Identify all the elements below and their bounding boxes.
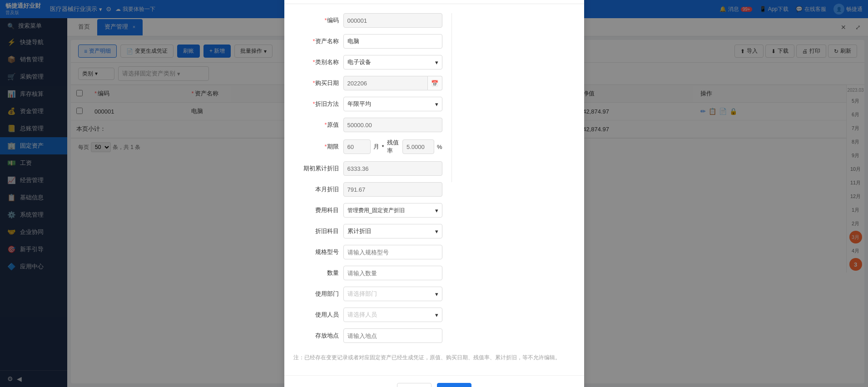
edit-fixed-asset-modal: 编辑固定资产 × *编码 *资产名称 (284, 0, 584, 387)
modal-overlay: 编辑固定资产 × *编码 *资产名称 (0, 0, 868, 387)
period-residual-row: 月 * 残值率 % (343, 139, 442, 155)
spec-label: 规格型号 (303, 248, 343, 256)
spec-input[interactable] (343, 245, 442, 259)
modal-header: 编辑固定资产 × (284, 0, 584, 4)
purchase-date-input[interactable] (343, 76, 428, 90)
depr-method-arrow-icon: ▾ (435, 101, 438, 108)
original-value-label: *原值 (303, 121, 343, 129)
residual-rate-unit-label: % (437, 144, 442, 150)
expense-subject-label: 费用科目 (303, 206, 343, 214)
personnel-label: 使用人员 (303, 311, 343, 319)
monthly-depr-input[interactable] (343, 182, 442, 197)
form-row-spec: 规格型号 (303, 245, 442, 259)
category-label: *类别名称 (303, 58, 343, 66)
depr-subject-label: 折旧科目 (303, 227, 343, 235)
purchase-date-label: *购买日期 (303, 79, 343, 87)
depr-subject-select[interactable]: 累计折旧 ▾ (343, 224, 442, 238)
period-label: *期限 (303, 143, 343, 151)
code-input[interactable] (343, 13, 442, 28)
quantity-input[interactable] (343, 266, 442, 280)
residual-rate-label: 残值率 (387, 139, 400, 155)
department-label: 使用部门 (303, 290, 343, 298)
init-accum-depr-label: 期初累计折旧 (303, 164, 343, 173)
form-row-init-accum-depr: 期初累计折旧 (303, 161, 442, 176)
personnel-select[interactable]: 请选择人员 ▾ (343, 308, 442, 322)
code-label: *编码 (303, 16, 343, 25)
init-accum-depr-input[interactable] (343, 161, 442, 176)
original-value-input[interactable] (343, 118, 442, 132)
form-divider (451, 13, 452, 182)
location-input[interactable] (343, 328, 442, 343)
quantity-label: 数量 (303, 269, 343, 277)
modal-note: 注：已经存在变更记录或者对应固定资产已经生成凭证，原值、购买日期、残值率、累计折… (293, 354, 575, 366)
form-row-purchase-date: *购买日期 📅 (303, 76, 442, 90)
modal-footer: 取消 保存 (284, 375, 584, 387)
form-right-section: 本月折旧 费用科目 管理费用_固定资产折旧 ▾ 折旧科目 (293, 182, 451, 349)
asset-name-input[interactable] (343, 34, 442, 49)
form-row-personnel: 使用人员 请选择人员 ▾ (303, 308, 442, 322)
depr-subject-arrow-icon: ▾ (435, 228, 438, 235)
department-select[interactable]: 请选择部门 ▾ (343, 287, 442, 301)
category-select-arrow-icon: ▾ (435, 59, 438, 66)
form-row-depr-subject: 折旧科目 累计折旧 ▾ (303, 224, 442, 238)
location-label: 存放地点 (303, 332, 343, 340)
expense-subject-arrow-icon: ▾ (435, 207, 438, 214)
form-row-quantity: 数量 (303, 266, 442, 280)
form-row-depr-method: *折旧方法 年限平均 ▾ (303, 97, 442, 111)
period-input[interactable] (343, 139, 371, 154)
depr-method-label: *折旧方法 (303, 100, 343, 108)
form-row-period: *期限 月 * 残值率 % (303, 139, 442, 155)
form-grid: *编码 *资产名称 *类别名称 (293, 13, 575, 349)
form-row-department: 使用部门 请选择部门 ▾ (303, 287, 442, 301)
form-row-category: *类别名称 电子设备 ▾ (303, 55, 442, 69)
purchase-date-field: 📅 (343, 76, 442, 90)
form-row-expense-subject: 费用科目 管理费用_固定资产折旧 ▾ (303, 203, 442, 218)
form-row-original-value: *原值 (303, 118, 442, 132)
save-button[interactable]: 保存 (437, 383, 471, 387)
department-arrow-icon: ▾ (435, 291, 438, 298)
form-left-section: *编码 *资产名称 *类别名称 (293, 13, 451, 182)
category-select[interactable]: 电子设备 ▾ (343, 55, 442, 69)
form-row-asset-name: *资产名称 (303, 34, 442, 49)
modal-body: *编码 *资产名称 *类别名称 (284, 4, 584, 375)
expense-subject-select[interactable]: 管理费用_固定资产折旧 ▾ (343, 203, 442, 218)
form-row-monthly-depr: 本月折旧 (303, 182, 442, 197)
period-unit-label: 月 (373, 143, 379, 151)
cancel-button[interactable]: 取消 (397, 383, 432, 387)
calendar-icon[interactable]: 📅 (428, 76, 442, 90)
depr-method-select[interactable]: 年限平均 ▾ (343, 97, 442, 111)
monthly-depr-label: 本月折旧 (303, 185, 343, 194)
asset-name-label: *资产名称 (303, 37, 343, 45)
form-row-code: *编码 (303, 13, 442, 28)
residual-rate-input[interactable] (402, 139, 434, 154)
personnel-arrow-icon: ▾ (435, 312, 438, 318)
form-row-location: 存放地点 (303, 328, 442, 343)
